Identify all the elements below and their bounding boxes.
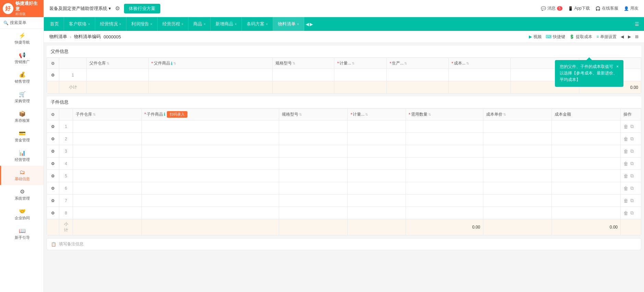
parent-row-warehouse[interactable]	[87, 69, 149, 81]
delete-icon[interactable]: 🗑	[623, 173, 628, 179]
tab-bom[interactable]: 物料清单 ×	[273, 17, 304, 31]
child-row-spec[interactable]	[279, 157, 348, 170]
child-qty-sort[interactable]: * 需用数量 ⇅	[409, 112, 431, 117]
tab-profit-close[interactable]: ×	[150, 22, 152, 26]
child-price-sort[interactable]: 成本单价 ⇅	[486, 112, 506, 117]
child-row-price[interactable]	[483, 195, 552, 207]
copy-icon[interactable]: ⧉	[630, 185, 634, 191]
tab-history[interactable]: 经营历程 ×	[158, 17, 189, 31]
doc-settings-btn[interactable]: ≡ 单据设置	[596, 34, 617, 40]
spec-sort[interactable]: 规格型号 ⇅	[275, 60, 295, 66]
parent-row-cost[interactable]	[449, 69, 511, 81]
child-row-warehouse[interactable]	[73, 120, 142, 133]
parent-row-production[interactable]	[387, 69, 449, 81]
copy-icon[interactable]: ⧉	[630, 173, 634, 179]
sidebar-item-basic-info[interactable]: 🗂 基础信息	[0, 166, 44, 185]
child-row-price[interactable]	[483, 170, 552, 182]
child-unit-sort[interactable]: * 计量... ⇅	[350, 112, 368, 117]
child-row-qty[interactable]	[406, 157, 483, 170]
sidebar-item-system[interactable]: ⚙ 系统管理	[0, 185, 44, 205]
unit-sort[interactable]: * 计量... ⇅	[337, 60, 355, 66]
tab-customer-close[interactable]: ×	[88, 22, 90, 26]
view-video-btn[interactable]: ▶ 视频	[529, 34, 542, 40]
tab-home[interactable]: 首页	[45, 17, 64, 31]
child-row-product[interactable]	[141, 170, 279, 182]
child-row-product[interactable]	[141, 157, 279, 170]
child-row-spec[interactable]	[279, 182, 348, 195]
sidebar-item-inventory[interactable]: 📦 库存核算	[0, 107, 44, 127]
close-all-tabs[interactable]: ☰	[631, 21, 643, 27]
child-warehouse-sort[interactable]: 子件仓库 ⇅	[76, 112, 96, 117]
child-row-qty[interactable]	[406, 195, 483, 207]
child-row-warehouse[interactable]	[73, 195, 142, 207]
app-download-btn[interactable]: 📱 App下载	[568, 5, 590, 11]
sidebar-search-area[interactable]: 🔍 搜索菜单	[0, 17, 44, 29]
note-text[interactable]: 填写备注信息	[59, 241, 84, 247]
child-row-unit[interactable]	[348, 120, 406, 133]
tab-operations-close[interactable]: ×	[119, 22, 121, 26]
sidebar-item-marketing[interactable]: 📢 营销推广	[0, 48, 44, 68]
tab-profit[interactable]: 利润报告 ×	[126, 17, 158, 31]
tab-barcode-close[interactable]: ×	[266, 22, 268, 26]
child-row-qty[interactable]	[406, 182, 483, 195]
child-row-spec[interactable]	[279, 120, 348, 133]
delete-icon[interactable]: 🗑	[623, 136, 628, 142]
tab-products-close[interactable]: ×	[203, 22, 206, 26]
nav-next-btn[interactable]: ▶	[628, 34, 631, 39]
child-row-price[interactable]	[483, 157, 552, 170]
child-settings-icon[interactable]: ⚙	[51, 112, 55, 117]
child-row-spec[interactable]	[279, 170, 348, 182]
sidebar-item-quick-nav[interactable]: ⚡ 快捷导航	[0, 29, 44, 48]
parent-row-spec[interactable]	[272, 69, 334, 81]
bottom-note[interactable]: 📋 填写备注信息	[47, 238, 641, 250]
delete-icon[interactable]: 🗑	[623, 210, 628, 216]
copy-icon[interactable]: ⧉	[630, 161, 634, 166]
copy-icon[interactable]: ⧉	[630, 148, 634, 154]
sidebar-item-operations[interactable]: 📊 经营管理	[0, 146, 44, 166]
tab-barcode[interactable]: 条码方案 ×	[242, 17, 273, 31]
child-row-warehouse[interactable]	[73, 133, 142, 145]
child-row-qty[interactable]	[406, 170, 483, 182]
child-row-warehouse[interactable]	[73, 170, 142, 182]
tooltip-close[interactable]: ×	[616, 63, 619, 70]
trial-button[interactable]: 体验行业方案	[124, 4, 160, 13]
grid-view-btn[interactable]: ⊞	[635, 34, 639, 39]
parent-row-unit[interactable]	[334, 69, 387, 81]
delete-icon[interactable]: 🗑	[623, 149, 628, 154]
child-row-qty[interactable]	[406, 207, 483, 219]
extract-cost-btn[interactable]: 💲 提取成本	[569, 34, 592, 40]
tab-new-product-close[interactable]: ×	[235, 22, 237, 26]
scan-input-btn[interactable]: 扫码录入	[167, 111, 187, 118]
child-row-product[interactable]	[141, 195, 279, 207]
sidebar-item-purchase[interactable]: 🛒 采购管理	[0, 87, 44, 107]
sidebar-item-finance[interactable]: 💳 资金管理	[0, 127, 44, 146]
shortcut-btn[interactable]: ⌨ 快捷键	[546, 34, 565, 40]
child-row-price[interactable]	[483, 145, 552, 157]
tab-new-product[interactable]: 新增商品 ×	[211, 17, 242, 31]
child-row-price[interactable]	[483, 182, 552, 195]
child-row-unit[interactable]	[348, 157, 406, 170]
production-sort[interactable]: * 生产... ⇅	[389, 60, 407, 66]
child-row-unit[interactable]	[348, 207, 406, 219]
child-row-spec[interactable]	[279, 133, 348, 145]
search-input-trigger[interactable]: 🔍 搜索菜单	[3, 20, 40, 26]
child-row-unit[interactable]	[348, 145, 406, 157]
delete-icon[interactable]: 🗑	[623, 124, 628, 129]
child-row-qty[interactable]	[406, 120, 483, 133]
child-row-product[interactable]	[141, 207, 279, 219]
cost-sort[interactable]: * 成本... ⇅	[451, 60, 469, 66]
online-service-btn[interactable]: 🎧 在线客服	[595, 5, 618, 11]
child-row-unit[interactable]	[348, 133, 406, 145]
child-row-spec[interactable]	[279, 195, 348, 207]
user-menu[interactable]: 👤 用友	[624, 5, 639, 11]
child-row-product[interactable]	[141, 182, 279, 195]
message-btn[interactable]: 💬 消息 5	[541, 5, 562, 11]
sidebar-item-sales[interactable]: 💰 销售管理	[0, 68, 44, 87]
tab-operations[interactable]: 经营情况 ×	[95, 17, 126, 31]
parent-row-product[interactable]	[148, 69, 272, 81]
tab-bom-close[interactable]: ×	[297, 22, 299, 26]
delete-icon[interactable]: 🗑	[623, 161, 628, 166]
copy-icon[interactable]: ⧉	[630, 124, 634, 129]
child-row-qty[interactable]	[406, 133, 483, 145]
child-row-qty[interactable]	[406, 145, 483, 157]
